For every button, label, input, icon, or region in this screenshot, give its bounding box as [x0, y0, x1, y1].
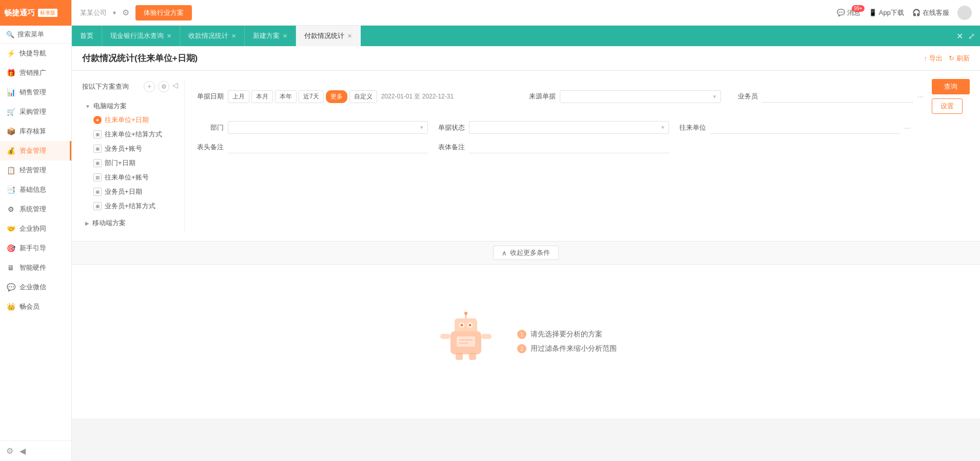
message-icon: 💬	[837, 9, 845, 16]
scheme-group-header-0[interactable]: ▼ 电脑端方案	[82, 99, 178, 113]
date-last-7-days[interactable]: 近7天	[299, 90, 324, 103]
online-service-button[interactable]: 🎧 在线客服	[912, 8, 949, 17]
scheme-item-icon-0-3: ▣	[93, 159, 102, 167]
sidebar-label-finance: 资金管理	[19, 146, 46, 155]
sidebar-item-system[interactable]: ⚙ 系统管理	[0, 199, 71, 219]
collapse-button[interactable]: ∧ 收起更多条件	[493, 246, 559, 260]
sidebar-label-hardware: 智能硬件	[19, 263, 46, 272]
svg-rect-10	[456, 353, 463, 360]
empty-tip-2: 2 用过滤条件来缩小分析范围	[517, 344, 617, 353]
sidebar-item-operation[interactable]: 📋 经营管理	[0, 161, 71, 180]
table-body-note-input[interactable]	[469, 141, 669, 153]
close-tab-icon[interactable]: ✕	[956, 31, 963, 41]
robot-illustration	[435, 311, 497, 362]
scheme-collapse-button[interactable]: ◁	[172, 81, 178, 92]
salesperson-input[interactable]	[762, 90, 913, 103]
tab-close-receipt-stats[interactable]: ✕	[231, 33, 236, 39]
source-select[interactable]: ▾	[560, 90, 721, 103]
sidebar-item-sales[interactable]: 📊 销售管理	[0, 83, 71, 102]
scheme-item-0-0[interactable]: ● 往来单位+日期	[90, 113, 178, 127]
collapse-up-icon: ∧	[502, 249, 507, 257]
query-button[interactable]: 查询	[932, 79, 970, 94]
content-area: 付款情况统计(往来单位+日期) ↑ 导出 ↻ 刷新 按以下方案查询 +	[72, 46, 980, 461]
sidebar-icon-finance: 💰	[6, 146, 15, 155]
svg-rect-8	[440, 334, 450, 339]
filter-panel: 按以下方案查询 + ⚙ ◁ ▼ 电脑端方案● 往来单位+日期▣ 往来单位+结算方…	[72, 71, 980, 242]
sidebar-item-purchase[interactable]: 🛒 采购管理	[0, 102, 71, 122]
tab-close-new-scheme[interactable]: ✕	[283, 33, 287, 39]
partner-more-icon[interactable]: ···	[904, 124, 910, 132]
tab-home[interactable]: 首页	[72, 26, 102, 46]
salesperson-more-icon[interactable]: ···	[917, 92, 924, 101]
date-options: 上月 本月 本年 近7天 更多 自定义 2022-01-01 至 2022-12…	[228, 90, 454, 103]
expand-tab-icon[interactable]: ⤢	[968, 31, 975, 41]
scheme-item-0-3[interactable]: ▣ 部门+日期	[90, 156, 178, 170]
date-this-year[interactable]: 本年	[275, 90, 297, 103]
collapse-sidebar-icon[interactable]: ◀	[19, 446, 26, 456]
app-download-button[interactable]: 📱 App下载	[869, 8, 904, 17]
partner-input[interactable]	[710, 122, 900, 134]
refresh-button[interactable]: ↻ 刷新	[949, 54, 970, 63]
salesperson-label: 业务员	[729, 92, 758, 101]
scheme-group-header-1[interactable]: ▶ 移动端方案	[82, 216, 178, 230]
user-avatar[interactable]	[957, 6, 972, 20]
sidebar-item-member[interactable]: 👑 畅会员	[0, 297, 71, 316]
sidebar-icon-cooperation: 🤝	[6, 224, 15, 233]
company-dropdown-icon[interactable]: ▾	[113, 9, 116, 16]
sidebar-item-wechat[interactable]: 💬 企业微信	[0, 277, 71, 297]
tip-text-2: 用过滤条件来缩小分析范围	[531, 344, 617, 353]
sidebar-icon-guide: 🎯	[6, 244, 15, 253]
scheme-item-label-0-6: 业务员+结算方式	[105, 202, 155, 211]
settings-button[interactable]: 设置	[932, 98, 963, 114]
sidebar-item-hardware[interactable]: 🖥 智能硬件	[0, 258, 71, 277]
sidebar-item-cooperation[interactable]: 🤝 企业协同	[0, 219, 71, 238]
search-menu[interactable]: 🔍 搜索菜单	[0, 26, 71, 44]
date-this-month[interactable]: 本月	[251, 90, 273, 103]
scheme-group-label-0: 电脑端方案	[93, 102, 127, 111]
date-custom-button[interactable]: 自定义	[349, 90, 377, 103]
tab-payment-stats[interactable]: 付款情况统计✕	[296, 26, 361, 46]
sidebar-icon-hardware: 🖥	[6, 263, 15, 272]
scheme-settings-button[interactable]: ⚙	[158, 81, 169, 92]
sidebar-item-quick-nav[interactable]: ⚡ 快捷导航	[0, 44, 71, 63]
scheme-item-0-4[interactable]: ▦ 往来单位+账号	[90, 170, 178, 185]
add-scheme-button[interactable]: +	[144, 81, 155, 92]
messages-button[interactable]: 💬 消息 99+	[837, 8, 860, 17]
tab-new-scheme[interactable]: 新建方案✕	[245, 26, 296, 46]
scheme-item-0-2[interactable]: ▣ 业务员+账号	[90, 142, 178, 156]
date-last-month[interactable]: 上月	[228, 90, 249, 103]
tab-close-payment-stats[interactable]: ✕	[347, 33, 352, 39]
dept-label: 部门	[195, 123, 224, 132]
settings-footer-icon[interactable]: ⚙	[6, 446, 13, 456]
table-head-note-input[interactable]	[228, 141, 428, 153]
settings-gear-icon[interactable]: ⚙	[122, 8, 129, 17]
scheme-group-arrow-1: ▶	[85, 221, 89, 226]
scheme-item-0-1[interactable]: ▣ 往来单位+结算方式	[90, 127, 178, 142]
doc-status-select[interactable]: ▾	[469, 121, 669, 134]
scheme-item-0-5[interactable]: ▣ 业务员+日期	[90, 185, 178, 199]
sidebar-icon-system: ⚙	[6, 205, 15, 214]
tab-label-home: 首页	[80, 31, 93, 41]
sidebar-icon-wechat: 💬	[6, 283, 15, 292]
sidebar-item-finance[interactable]: 💰 资金管理	[0, 141, 71, 161]
tab-receipt-stats[interactable]: 收款情况统计✕	[180, 26, 245, 46]
sidebar-item-basic[interactable]: 📑 基础信息	[0, 180, 71, 199]
empty-tips: 1 请先选择要分析的方案 2 用过滤条件来缩小分析范围	[517, 330, 617, 353]
scheme-item-icon-0-1: ▣	[93, 130, 102, 138]
export-button[interactable]: ↑ 导出	[924, 54, 943, 63]
scheme-item-label-0-3: 部门+日期	[105, 158, 135, 168]
trial-button[interactable]: 体验行业方案	[135, 5, 192, 21]
export-icon: ↑	[924, 54, 928, 62]
tab-close-bank[interactable]: ✕	[167, 33, 171, 39]
scheme-item-0-6[interactable]: ▣ 业务员+结算方式	[90, 199, 178, 213]
sidebar-label-inventory: 库存核算	[19, 127, 46, 136]
tab-bank[interactable]: 现金银行流水查询✕	[102, 26, 180, 46]
sidebar-item-guide[interactable]: 🎯 新手引导	[0, 238, 71, 258]
sidebar-item-marketing[interactable]: 🎁 营销推广	[0, 63, 71, 83]
scheme-group-arrow-0: ▼	[85, 104, 90, 109]
sidebar-item-inventory[interactable]: 📦 库存核算	[0, 122, 71, 141]
sidebar-label-wechat: 企业微信	[19, 283, 46, 292]
date-more-button[interactable]: 更多	[326, 90, 347, 103]
table-head-note-label: 表头备注	[195, 143, 224, 152]
dept-select[interactable]: ▾	[228, 121, 428, 134]
